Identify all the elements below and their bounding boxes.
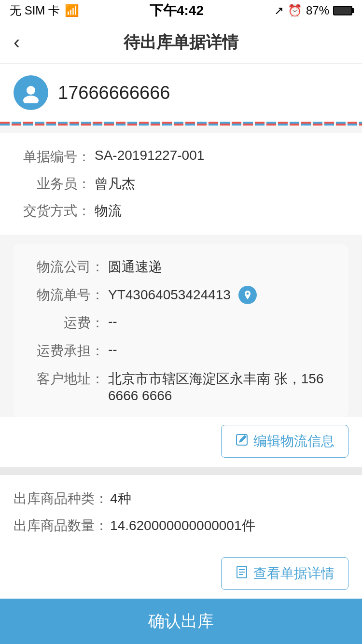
logistics-freightbear-label: 运费承担： bbox=[27, 342, 104, 360]
salesman-value: 曾凡杰 bbox=[95, 175, 348, 193]
logistics-freightbear-row: 运费承担： -- bbox=[27, 342, 335, 360]
edit-logistics-button[interactable]: 编辑物流信息 bbox=[221, 425, 348, 458]
goods-type-label: 出库商品种类： bbox=[14, 490, 110, 508]
user-header: 17666666666 bbox=[0, 64, 362, 122]
location-icon: ↗ bbox=[274, 4, 284, 17]
goods-section: 出库商品种类： 4种 出库商品数量： 14.620000000000001件 bbox=[0, 475, 362, 549]
page-title: 待出库单据详情 bbox=[124, 31, 238, 54]
edit-icon bbox=[235, 433, 249, 450]
logistics-tracking-label: 物流单号： bbox=[27, 286, 104, 304]
status-time: 下午4:42 bbox=[150, 1, 204, 20]
goods-count-row: 出库商品数量： 14.620000000000001件 bbox=[14, 517, 348, 535]
logistics-company-value: 圆通速递 bbox=[108, 258, 335, 276]
svg-point-1 bbox=[23, 96, 39, 103]
carrier-text: 无 SIM 卡 bbox=[10, 3, 60, 18]
nav-bar: ‹ 待出库单据详情 bbox=[0, 21, 362, 64]
delivery-label: 交货方式： bbox=[14, 202, 91, 220]
track-location-button[interactable] bbox=[238, 286, 257, 304]
logistics-tracking-value: YT43064053424413 bbox=[108, 286, 335, 304]
user-phone: 17666666666 bbox=[58, 83, 170, 103]
order-no-label: 单据编号： bbox=[14, 148, 91, 166]
goods-count-value: 14.620000000000001件 bbox=[110, 517, 255, 535]
logistics-company-label: 物流公司： bbox=[27, 258, 104, 276]
battery-text: 87% bbox=[306, 4, 329, 17]
section-divider bbox=[0, 467, 362, 475]
logistics-address-row: 客户地址： 北京市市辖区海淀区永丰南 张，156 6666 6666 bbox=[27, 370, 335, 404]
delivery-value: 物流 bbox=[95, 202, 348, 220]
status-bar: 无 SIM 卡 📶 下午4:42 ↗ ⏰ 87% bbox=[0, 0, 362, 21]
logistics-address-value: 北京市市辖区海淀区永丰南 张，156 6666 6666 bbox=[108, 370, 335, 404]
document-icon bbox=[235, 565, 249, 582]
status-left: 无 SIM 卡 📶 bbox=[10, 3, 79, 18]
alarm-icon: ⏰ bbox=[288, 4, 302, 17]
logistics-freight-row: 运费： -- bbox=[27, 314, 335, 332]
goods-type-row: 出库商品种类： 4种 bbox=[14, 490, 348, 508]
confirm-btn-wrap[interactable]: 确认出库 bbox=[0, 599, 362, 644]
logistics-company-row: 物流公司： 圆通速递 bbox=[27, 258, 335, 276]
avatar bbox=[14, 75, 48, 110]
logistics-freight-label: 运费： bbox=[27, 314, 104, 332]
goods-count-label: 出库商品数量： bbox=[14, 517, 110, 535]
edit-logistics-label: 编辑物流信息 bbox=[253, 432, 334, 450]
order-no-row: 单据编号： SA-20191227-001 bbox=[14, 148, 348, 166]
battery-icon bbox=[333, 6, 352, 15]
wifi-icon: 📶 bbox=[65, 4, 79, 17]
dashed-divider bbox=[0, 122, 362, 126]
logistics-freight-value: -- bbox=[108, 314, 335, 329]
confirm-btn-text: 确认出库 bbox=[148, 612, 214, 630]
logistics-freightbear-value: -- bbox=[108, 342, 335, 357]
logistics-address-label: 客户地址： bbox=[27, 370, 104, 388]
status-right: ↗ ⏰ 87% bbox=[274, 4, 352, 17]
svg-point-0 bbox=[27, 86, 35, 95]
view-detail-button[interactable]: 查看单据详情 bbox=[221, 557, 348, 590]
edit-logistics-btn-wrap: 编辑物流信息 bbox=[0, 417, 362, 467]
logistics-tracking-row: 物流单号： YT43064053424413 bbox=[27, 286, 335, 304]
delivery-row: 交货方式： 物流 bbox=[14, 202, 348, 220]
logistics-card: 物流公司： 圆通速递 物流单号： YT43064053424413 运费： --… bbox=[14, 244, 348, 417]
salesman-row: 业务员： 曾凡杰 bbox=[14, 175, 348, 193]
view-detail-btn-wrap: 查看单据详情 bbox=[0, 549, 362, 600]
back-button[interactable]: ‹ bbox=[14, 31, 20, 53]
order-info-section: 单据编号： SA-20191227-001 业务员： 曾凡杰 交货方式： 物流 bbox=[0, 133, 362, 235]
salesman-label: 业务员： bbox=[14, 175, 91, 193]
order-no-value: SA-20191227-001 bbox=[95, 148, 348, 163]
goods-type-value: 4种 bbox=[110, 490, 131, 508]
view-detail-label: 查看单据详情 bbox=[253, 564, 334, 583]
